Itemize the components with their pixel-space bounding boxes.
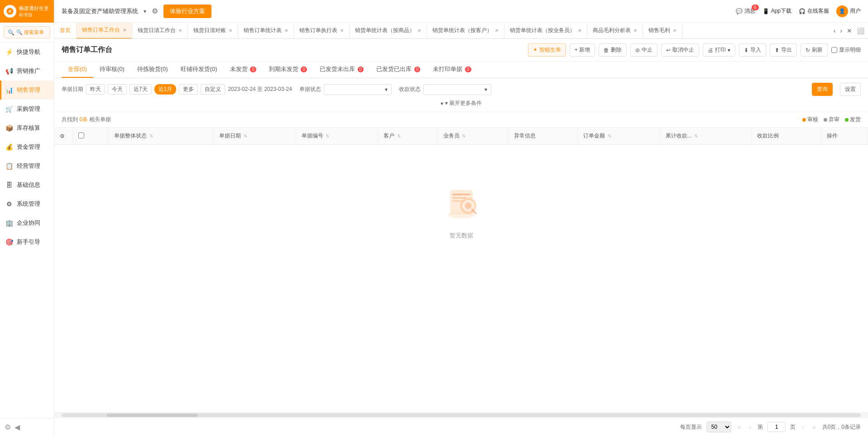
sidebar-item-sales[interactable]: 📊 销售管理 — [0, 81, 54, 100]
col-amount[interactable]: 订单金额 ⇅ — [578, 128, 660, 145]
date-btn-1month[interactable]: 近1月 — [154, 84, 177, 95]
horizontal-scrollbar[interactable] — [54, 412, 868, 417]
page-input[interactable] — [767, 422, 786, 432]
tab-close-sales-stat-customer[interactable]: ✕ — [495, 28, 499, 33]
search-button[interactable]: 查询 — [812, 83, 833, 96]
col-date[interactable]: 单据日期 ⇅ — [214, 128, 296, 145]
sidebar-item-finance[interactable]: 💰 资金管理 — [0, 137, 54, 156]
show-detail-checkbox-label[interactable]: 显示明细 — [831, 46, 861, 54]
system-dropdown-button[interactable]: ▾ — [144, 8, 146, 14]
export-button[interactable]: ⬆ 导出 — [770, 43, 797, 57]
prev-page-button[interactable]: ‹ — [748, 422, 753, 431]
sub-tab-shipped-not-out[interactable]: 已发货未出库 0 — [313, 62, 370, 78]
audit-action-button[interactable]: 审核 — [802, 116, 818, 123]
tab-home[interactable]: 首页 — [54, 23, 77, 39]
sidebar-item-newbie[interactable]: 🎯 新手引导 — [0, 232, 54, 251]
tab-sales-order[interactable]: 销售订单工作台 ✕ — [77, 23, 132, 39]
sidebar-item-marketing[interactable]: 📢 营销推广 — [0, 62, 54, 81]
sidebar-collapse-button[interactable]: ◀ — [14, 423, 20, 431]
tab-close-sales-order[interactable]: ✕ — [123, 28, 126, 33]
date-btn-more[interactable]: 更多 — [179, 84, 198, 95]
date-filter-label: 单据日期 — [62, 85, 83, 93]
sub-tab-shipped-out[interactable]: 已发货已出库 0 — [370, 62, 427, 78]
col-customer[interactable]: 客户 ⇅ — [378, 128, 437, 145]
unaudit-action-button[interactable]: 弃审 — [824, 116, 839, 123]
import-button[interactable]: ⬇ 导入 — [739, 43, 766, 57]
sidebar-item-purchase[interactable]: 🛒 采购管理 — [0, 100, 54, 118]
stop-button[interactable]: ⊘ 中止 — [630, 43, 657, 57]
sub-tab-overdue-ship[interactable]: 到期未发货 0 — [263, 62, 313, 78]
col-staff[interactable]: 业务员 ⇅ — [437, 128, 508, 145]
col-number[interactable]: 单据编号 ⇅ — [296, 128, 378, 145]
app-download-button[interactable]: 📱 App下载 — [762, 7, 791, 15]
tab-close-sales-stat-product[interactable]: ✕ — [417, 28, 421, 33]
online-service-button[interactable]: 🎧 在线客服 — [799, 7, 829, 15]
col-received[interactable]: 累计收款... ⇅ — [660, 128, 752, 145]
tab-gross-analysis[interactable]: 商品毛利分析表 ✕ — [587, 23, 643, 39]
tab-cash-clear[interactable]: 钱货日清工作台 ✕ — [132, 23, 188, 39]
cancel-stop-button[interactable]: ↩ 取消中止 — [661, 43, 699, 57]
col-settings[interactable]: ⚙ — [54, 128, 72, 145]
tab-close-sales-stat-staff[interactable]: ✕ — [578, 28, 581, 33]
tab-sales-stat-customer[interactable]: 销货单统计表（按客户） ✕ — [427, 23, 504, 39]
tab-close-sales-stat[interactable]: ✕ — [284, 28, 288, 33]
first-page-button[interactable]: « — [736, 422, 743, 431]
last-page-button[interactable]: » — [810, 422, 818, 431]
sidebar-item-quick-nav[interactable]: ⚡ 快捷导航 — [0, 43, 54, 62]
tab-sales-exec[interactable]: 销售订单执行表 ✕ — [294, 23, 350, 39]
tab-sales-stat-product[interactable]: 销货单统计表（按商品） ✕ — [350, 23, 427, 39]
col-status[interactable]: 单据整体状态 ⇅ — [109, 128, 214, 145]
tab-sales-stat[interactable]: 销售订单统计表 ✕ — [238, 23, 294, 39]
per-page-select[interactable]: 10 20 50 100 — [706, 422, 731, 432]
tabs-scroll-left-button[interactable]: ‹ — [832, 26, 838, 35]
tabs-maximize-button[interactable]: ⬜ — [855, 26, 866, 35]
delete-button[interactable]: 🗑 删除 — [599, 43, 627, 57]
user-avatar[interactable]: 👤 用户 — [836, 5, 861, 17]
sidebar-item-operations[interactable]: 📋 经营管理 — [0, 156, 54, 175]
print-button[interactable]: 🖨 打印 ▾ — [703, 43, 735, 57]
expand-more-conditions-button[interactable]: ▾ ▾ 展开更多条件 — [441, 100, 482, 107]
sub-tab-all[interactable]: 全部(0) — [62, 62, 93, 78]
smart-generate-button[interactable]: ✦ 智能生单 — [528, 43, 566, 57]
sidebar-item-inventory[interactable]: 📦 库存核算 — [0, 118, 54, 137]
sub-tab-pending-review[interactable]: 待审核(0) — [93, 62, 131, 78]
sidebar-item-enterprise[interactable]: 🏢 企业协同 — [0, 213, 54, 232]
settings-filter-button[interactable]: 设置 — [840, 83, 861, 96]
tab-close-sales-exec[interactable]: ✕ — [340, 28, 344, 33]
status-select[interactable]: ▾ — [324, 84, 392, 95]
sub-tab-not-printed[interactable]: 未打印单据 0 — [427, 62, 477, 78]
tab-close-sales-profit[interactable]: ✕ — [673, 28, 676, 33]
col-checkbox[interactable] — [72, 128, 109, 145]
sub-tab-pending-inspect[interactable]: 待拣验货(0) — [131, 62, 174, 78]
scrollbar-thumb[interactable] — [107, 413, 197, 417]
tab-cash-reconcile[interactable]: 钱货日清对账 ✕ — [188, 23, 238, 39]
search-menu-button[interactable]: 🔍 🔍 搜索菜单 — [4, 26, 50, 38]
payment-select[interactable]: ▾ — [423, 84, 491, 95]
sidebar-item-system[interactable]: ⚙ 系统管理 — [0, 194, 54, 213]
tab-close-cash-clear[interactable]: ✕ — [178, 28, 182, 33]
sidebar-settings-button[interactable]: ⚙ — [5, 423, 11, 431]
tab-sales-stat-staff[interactable]: 销货单统计表（按业务员） ✕ — [504, 23, 587, 39]
date-btn-7days[interactable]: 近7天 — [129, 84, 152, 95]
show-detail-checkbox[interactable] — [831, 47, 837, 53]
sidebar-footer: ⚙ ◀ — [0, 418, 54, 436]
date-btn-custom[interactable]: 自定义 — [201, 84, 225, 95]
refresh-button[interactable]: ↻ 刷新 — [801, 43, 828, 57]
settings-button[interactable]: ⚙ — [152, 7, 158, 15]
date-btn-yesterday[interactable]: 昨天 — [86, 84, 105, 95]
sidebar-item-base-info[interactable]: 🗄 基础信息 — [0, 175, 54, 194]
sub-tab-not-shipped[interactable]: 未发货 0 — [224, 62, 263, 78]
tab-sales-profit[interactable]: 销售毛利 ✕ — [643, 23, 682, 39]
next-page-button[interactable]: › — [800, 422, 806, 431]
sub-tab-wangpu-ship[interactable]: 旺铺待发货(0) — [174, 62, 224, 78]
ship-action-button[interactable]: 发货 — [845, 116, 861, 123]
add-button[interactable]: + 新增 — [570, 43, 595, 57]
message-button[interactable]: 💬 消息 6 — [736, 7, 755, 15]
tab-close-gross-analysis[interactable]: ✕ — [633, 28, 637, 33]
tabs-close-all-button[interactable]: ✕ — [845, 26, 854, 35]
tabs-scroll-right-button[interactable]: › — [838, 26, 844, 35]
date-btn-today[interactable]: 今天 — [108, 84, 127, 95]
tab-close-cash-reconcile[interactable]: ✕ — [229, 28, 232, 33]
industry-solution-button[interactable]: 体验行业方案 — [163, 5, 211, 18]
select-all-checkbox[interactable] — [78, 133, 84, 138]
